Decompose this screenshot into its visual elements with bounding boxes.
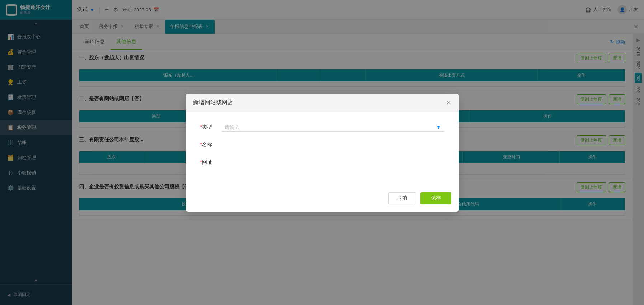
modal-name-input[interactable] [222,140,444,149]
modal-field-name: *名称 [200,140,444,149]
modal-type-dropdown-arrow[interactable]: ▼ [436,124,441,130]
modal-cancel-btn[interactable]: 取消 [388,192,416,204]
modal-title: 新增网站或网店 [193,99,233,106]
modal-close-btn[interactable]: ✕ [446,99,451,107]
modal-type-input[interactable] [222,123,444,131]
modal-footer: 取消 保存 [186,186,459,212]
modal-type-row: *类型 ▼ [200,123,444,132]
add-website-modal: 新增网站或网店 ✕ *类型 ▼ *名 [186,94,459,212]
modal-field-url: *网址 [200,158,444,167]
modal-url-label: *网址 [200,159,222,166]
modal-name-label: *名称 [200,142,222,148]
modal-url-input-wrap [222,158,444,167]
modal-overlay[interactable]: 新增网站或网店 ✕ *类型 ▼ *名 [0,0,644,305]
modal-type-label: *类型 [200,124,222,130]
modal-url-input[interactable] [222,158,444,167]
modal-name-row: *名称 [200,140,444,149]
modal-field-type: *类型 ▼ [200,123,444,132]
modal-body: *类型 ▼ *名称 [186,112,459,186]
modal-save-btn[interactable]: 保存 [420,192,451,204]
modal-type-input-wrap: ▼ [222,123,444,132]
modal-url-row: *网址 [200,158,444,167]
modal-header: 新增网站或网店 ✕ [186,94,459,112]
modal-name-input-wrap [222,140,444,149]
